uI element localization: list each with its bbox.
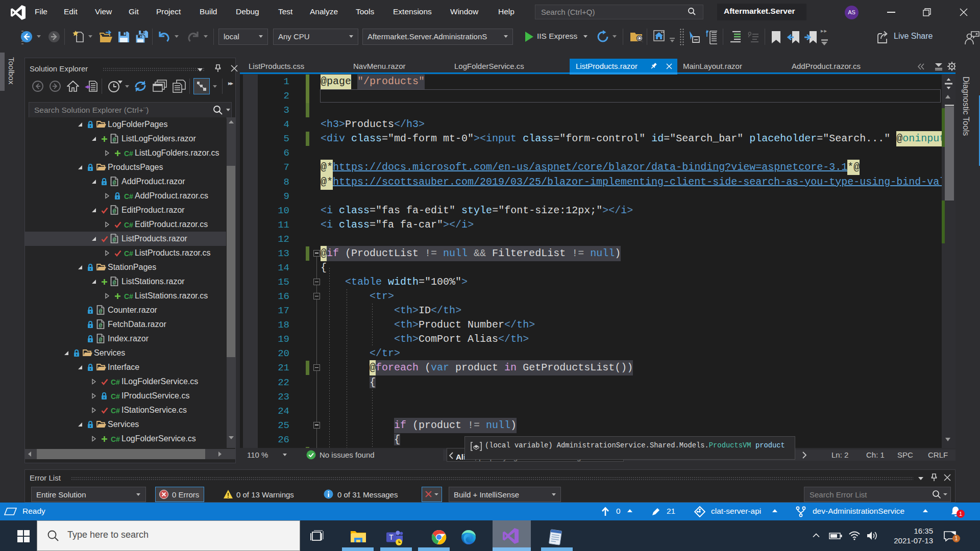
svg-text:@: @ — [113, 137, 116, 143]
svg-text:C#: C# — [111, 435, 120, 443]
svg-text:@: @ — [113, 208, 116, 214]
svg-text:@: @ — [113, 180, 116, 186]
svg-text:C#: C# — [124, 221, 133, 229]
svg-text:@: @ — [113, 280, 116, 286]
svg-text:C#: C# — [124, 249, 133, 257]
svg-text:C#: C# — [124, 149, 133, 157]
svg-text:C#: C# — [111, 407, 120, 414]
svg-text:@: @ — [99, 308, 103, 314]
svg-text:C#: C# — [111, 392, 120, 400]
svg-text:@: @ — [99, 322, 103, 329]
svg-text:C#: C# — [124, 292, 133, 300]
svg-text:@: @ — [99, 337, 103, 343]
svg-text:T: T — [389, 533, 394, 541]
svg-text:C#: C# — [111, 378, 120, 386]
svg-text:C#: C# — [124, 192, 133, 200]
svg-text:@: @ — [113, 237, 116, 243]
